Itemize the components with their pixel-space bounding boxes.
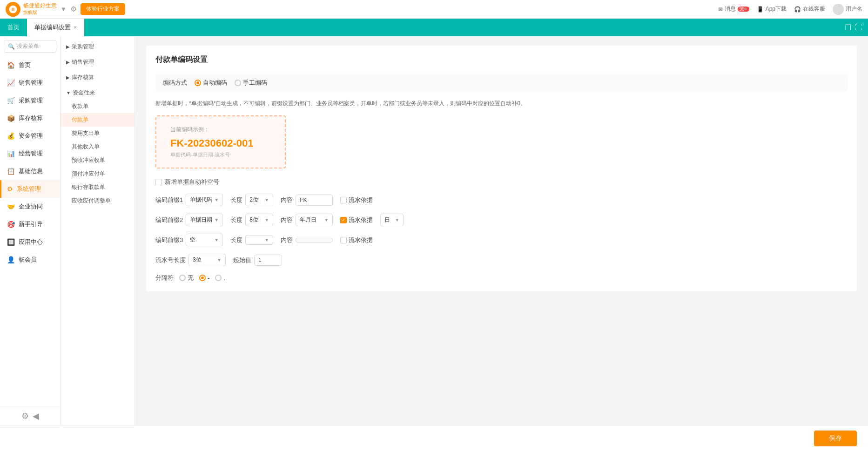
- prefix1-value: 单据代码: [190, 196, 212, 204]
- message-item[interactable]: ✉ 消息 99+: [718, 5, 749, 13]
- sidebar-item-home-label: 首页: [19, 61, 31, 69]
- prefix3-waterfall-checkbox[interactable]: [340, 237, 347, 243]
- gear-icon[interactable]: ⚙: [70, 5, 77, 13]
- search-icon: 🔍: [8, 43, 15, 50]
- preview-desc: 单据代码-单据日期-流水号: [170, 151, 271, 158]
- sidebar-item-enterprise[interactable]: 🤝 企业协同: [0, 198, 60, 215]
- prefix1-content-input[interactable]: FK: [296, 195, 333, 206]
- sidebar-collapse-btn[interactable]: ◀: [33, 411, 39, 421]
- system-icon: ⚙: [7, 185, 13, 193]
- cs-item-expense[interactable]: 费用支出单: [61, 127, 135, 140]
- message-icon: ✉: [718, 6, 723, 13]
- sep-dot-option[interactable]: .: [215, 275, 225, 282]
- prefix3-select[interactable]: 空 ▼: [186, 234, 223, 246]
- sep-none-option[interactable]: 无: [179, 274, 194, 282]
- operations-icon: 📊: [7, 150, 15, 157]
- sidebar-item-sales-label: 销售管理: [19, 79, 43, 87]
- sep-dot-radio[interactable]: [215, 275, 222, 281]
- cs-item-other-income[interactable]: 其他收入单: [61, 140, 135, 154]
- serial-length-select[interactable]: 3位 ▼: [188, 254, 226, 266]
- sidebar-item-guide[interactable]: 🎯 新手引导: [0, 215, 60, 233]
- cs-group-sales-label: 销售管理: [72, 58, 94, 66]
- cs-group-purchase-header[interactable]: ▶ 采购管理: [61, 40, 135, 54]
- auto-encode-option[interactable]: 自动编码: [195, 79, 227, 87]
- sidebar-item-basic[interactable]: 📋 基础信息: [0, 162, 60, 180]
- sidebar-item-system[interactable]: ⚙ 系统管理: [0, 180, 60, 198]
- sep-none-radio[interactable]: [179, 275, 186, 281]
- prefix1-waterfall-label: 流水依据: [349, 196, 373, 204]
- prefix2-period-select[interactable]: 日 ▼: [380, 214, 404, 226]
- sep-dash-option[interactable]: -: [199, 275, 209, 282]
- search-placeholder: 搜索菜单: [17, 42, 39, 50]
- dropdown-icon[interactable]: ▼: [61, 6, 67, 13]
- sidebar-item-finance[interactable]: 💰 资金管理: [0, 127, 60, 145]
- user-avatar[interactable]: 用户名: [833, 4, 862, 15]
- cs-group-stock-header[interactable]: ▶ 库存核算: [61, 71, 135, 84]
- prefix3-length-select[interactable]: ▼: [245, 235, 273, 245]
- online-service-item[interactable]: 🎧 在线客服: [794, 5, 825, 13]
- cs-group-capital-header[interactable]: ▼ 资金往来: [61, 86, 135, 100]
- cs-item-payment[interactable]: 付款单: [61, 113, 135, 127]
- main-layout: 🔍 搜索菜单 🏠 首页 📈 销售管理 🛒 采购管理 📦 库存核算 💰 资金管理 …: [0, 36, 868, 425]
- cs-group-purchase: ▶ 采购管理: [61, 40, 135, 54]
- topbar: 畅捷通好生意 旗舰版 ▼ ⚙ 体验行业方案 ✉ 消息 99+ 📱 App下载 🎧…: [0, 0, 868, 19]
- cs-item-pre-receipt[interactable]: 预收冲应收单: [61, 154, 135, 167]
- sidebar-item-appstore[interactable]: 🔲 应用中心: [0, 233, 60, 251]
- prefix3-field: 编码前缀3 空 ▼: [155, 234, 223, 246]
- appstore-icon: 🔲: [7, 238, 15, 246]
- manual-encode-radio[interactable]: [235, 80, 241, 86]
- sep-dot-label: .: [223, 275, 225, 282]
- prefix2-label: 编码前缀2: [155, 216, 183, 224]
- prefix3-content-input[interactable]: [296, 238, 333, 242]
- encoding-method-radio-group: 自动编码 手工编码: [195, 79, 267, 87]
- basic-icon: 📋: [7, 168, 15, 175]
- tab-home-label: 首页: [7, 23, 20, 32]
- sidebar-item-member[interactable]: 👤 畅会员: [0, 251, 60, 269]
- cs-item-adjust[interactable]: 应收应付调整单: [61, 194, 135, 208]
- cs-group-sales-header[interactable]: ▶ 销售管理: [61, 55, 135, 69]
- prefix3-content-label: 内容: [281, 236, 293, 244]
- app-download-item[interactable]: 📱 App下载: [757, 5, 787, 13]
- tab-encoding-settings[interactable]: 单据编码设置 ×: [27, 19, 84, 36]
- sidebar-item-member-label: 畅会员: [19, 256, 37, 264]
- cs-item-pre-payment[interactable]: 预付冲应付单: [61, 167, 135, 181]
- search-input[interactable]: 🔍 搜索菜单: [4, 40, 56, 53]
- sidebar-item-sales[interactable]: 📈 销售管理: [0, 74, 60, 92]
- trial-button[interactable]: 体验行业方案: [81, 3, 125, 15]
- auto-encode-radio[interactable]: [195, 80, 201, 86]
- sidebar-item-purchase[interactable]: 🛒 采购管理: [0, 92, 60, 109]
- prefix2-length-select[interactable]: 8位 ▼: [245, 214, 273, 226]
- sidebar-item-inventory[interactable]: 📦 库存核算: [0, 109, 60, 127]
- prefix1-select[interactable]: 单据代码 ▼: [186, 194, 223, 206]
- avatar: [833, 4, 844, 15]
- sidebar-item-operations[interactable]: 📊 经营管理: [0, 145, 60, 162]
- cs-group-capital: ▼ 资金往来 收款单 付款单 费用支出单 其他收入单 预收冲应收单 预付冲应付单…: [61, 86, 135, 208]
- prefix1-row: 编码前缀1 单据代码 ▼ 长度 2位 ▼ 内容 FK: [155, 194, 848, 206]
- tab-close-icon[interactable]: ×: [74, 24, 77, 31]
- auto-fill-checkbox[interactable]: [155, 179, 162, 185]
- brand-sub: 旗舰版: [23, 9, 57, 16]
- manual-encode-option[interactable]: 手工编码: [235, 79, 267, 87]
- prefix3-arrow-icon: ▼: [214, 237, 219, 242]
- sep-none-label: 无: [188, 274, 194, 282]
- prefix1-waterfall-checkbox[interactable]: [340, 197, 347, 203]
- prefix2-content-select[interactable]: 年月日 ▼: [296, 214, 333, 226]
- cs-item-receipt[interactable]: 收款单: [61, 100, 135, 113]
- tab-home[interactable]: 首页: [0, 19, 27, 36]
- restore-icon[interactable]: ❐: [845, 23, 851, 32]
- prefix2-content-value: 年月日: [300, 216, 316, 224]
- sidebar-settings-btn[interactable]: ⚙: [21, 411, 29, 421]
- start-value-input[interactable]: 1: [254, 255, 282, 266]
- prefix1-length-select[interactable]: 2位 ▼: [245, 194, 273, 206]
- cs-item-bank[interactable]: 银行存取款单: [61, 181, 135, 194]
- cs-group-stock-label: 库存核算: [72, 74, 94, 81]
- prefix2-waterfall-checkbox[interactable]: [340, 217, 347, 223]
- sep-dash-radio[interactable]: [199, 275, 206, 281]
- prefix1-arrow-icon: ▼: [214, 197, 219, 202]
- user-name: 用户名: [846, 5, 862, 13]
- prefix2-select[interactable]: 单据日期 ▼: [186, 214, 223, 226]
- save-button[interactable]: 保存: [814, 431, 857, 446]
- sidebar-item-finance-label: 资金管理: [19, 132, 43, 140]
- sidebar-item-home[interactable]: 🏠 首页: [0, 56, 60, 74]
- maximize-icon[interactable]: ⛶: [855, 23, 862, 32]
